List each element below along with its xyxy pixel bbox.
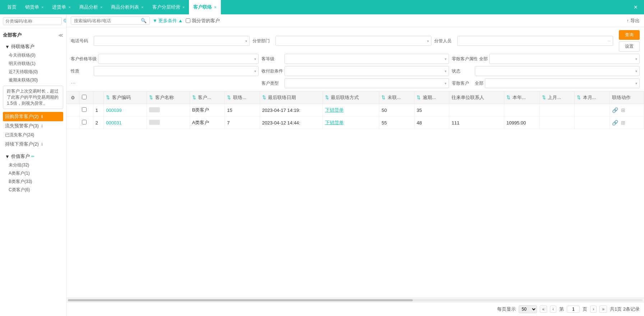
select-all-checkbox[interactable] <box>82 95 87 99</box>
od-sort-icon[interactable]: ⇅ <box>417 95 421 100</box>
close-customer-contact-tab[interactable]: × <box>214 5 216 9</box>
tab-sales[interactable]: 销货单 × <box>21 0 48 14</box>
method-sort-icon[interactable]: ⇅ <box>325 95 329 100</box>
edit-icon[interactable]: ✏ <box>31 154 34 159</box>
ty-sort-icon[interactable]: ⇅ <box>506 95 510 100</box>
phone-select[interactable]: ▾ <box>94 36 250 46</box>
scroll-thumb[interactable] <box>68 299 413 301</box>
page-input[interactable] <box>567 306 580 313</box>
value-arrow: ▼ <box>5 154 10 159</box>
settings-col-header[interactable]: ⚙ <box>66 91 79 104</box>
sidebar-lost[interactable]: 已流失客户(24) <box>3 131 63 140</box>
tab-analysis[interactable]: 商品分析 × <box>75 0 107 14</box>
row-action-1: 🔗 ⊞ <box>610 117 644 129</box>
date-sort-icon[interactable]: ⇅ <box>262 95 266 100</box>
cat-sort-icon[interactable]: ⇅ <box>192 95 196 100</box>
close-customer-mgmt-tab[interactable]: × <box>182 5 185 9</box>
export-button[interactable]: ↑ 导出 <box>627 18 640 24</box>
per-page-select[interactable]: 50 10 20 100 <box>519 305 537 313</box>
retail-customer-filter: 零散客户 全部 ▾ <box>452 78 640 88</box>
pending-group-title[interactable]: ▼ 待联络客户 <box>3 42 66 51</box>
action-link-icon-1[interactable]: 🔗 <box>612 120 618 126</box>
tm-sort-icon[interactable]: ⇅ <box>577 95 581 100</box>
query-button[interactable]: 查询 <box>619 30 640 40</box>
payment-select[interactable]: ▾ <box>284 66 449 76</box>
sidebar-search-area: 🔍 <box>0 14 66 28</box>
advanced-filter: 电话号码 ▾ 分管部门 ▾ 分管人员 <box>66 27 644 91</box>
checkbox-col-header <box>79 91 93 104</box>
more-conditions-btn[interactable]: ▼ 更多条件 ▲ <box>153 18 183 24</box>
action-grid-icon-1[interactable]: ⊞ <box>621 120 625 126</box>
retail-customer-select[interactable]: ▾ <box>485 78 640 88</box>
sidebar-today[interactable]: 今天待联络(0) <box>3 51 66 60</box>
tab-analysis-list[interactable]: 商品分析列表 × <box>107 0 148 14</box>
action-link-icon-0[interactable]: 🔗 <box>612 107 618 113</box>
sidebar-unsorted[interactable]: 未分组(32) <box>3 161 63 169</box>
price-level-select[interactable]: ▾ <box>98 54 259 64</box>
customer-level-filter: 客等级 ▾ <box>261 54 449 64</box>
search-input[interactable] <box>74 18 141 23</box>
level-caret: ▾ <box>445 57 446 61</box>
sidebar-search-input[interactable] <box>3 17 62 25</box>
code-sort-icon[interactable]: ⇅ <box>106 95 110 100</box>
setting-button[interactable]: 设置 <box>619 41 640 52</box>
status-label: 状态 <box>452 68 473 74</box>
nc-sort-icon[interactable]: ⇅ <box>381 95 385 100</box>
my-customers-checkbox[interactable] <box>186 18 190 23</box>
customer-type-select[interactable]: ▾ <box>284 78 449 88</box>
tab-customer-contact[interactable]: 客户联络 × <box>189 0 221 14</box>
horizontal-scrollbar[interactable] <box>66 298 644 302</box>
sidebar-declining[interactable]: 持续下滑客户(2) ℹ <box>3 140 63 149</box>
name-sort-icon[interactable]: ⇅ <box>149 95 153 100</box>
sidebar-week7[interactable]: 近7天待联络(0) <box>3 68 66 76</box>
contact-sort-icon[interactable]: ⇅ <box>227 95 231 100</box>
info-icon3: ℹ <box>41 142 43 146</box>
row-name-1 <box>147 117 190 129</box>
sidebar-repurchase-abnormal[interactable]: 回购异常客户(2) ℹ <box>3 112 63 121</box>
sidebar-lost-warning[interactable]: 流失预警客户(3) ℹ <box>3 121 63 131</box>
search-icon[interactable]: 🔍 <box>141 18 147 23</box>
lm-sort-icon[interactable]: ⇅ <box>542 95 546 100</box>
more-dots[interactable]: ··· <box>71 80 75 86</box>
value-group-title[interactable]: ▼ 价值客户 ✏ <box>3 152 63 161</box>
sidebar-classC[interactable]: C类客户(6) <box>3 186 63 194</box>
branch-select[interactable]: ▾ <box>275 36 431 46</box>
last-method-link-0[interactable]: 下销货单 <box>325 107 344 113</box>
all-customers-title[interactable]: 全部客户 ≪ <box>3 30 63 40</box>
sidebar-classB[interactable]: B类客户(33) <box>3 178 63 186</box>
action-col-header: 联络动作 <box>610 91 644 104</box>
row-contact-0: 15 <box>225 104 260 117</box>
close-purchase-tab[interactable]: × <box>68 5 70 9</box>
tab-purchase[interactable]: 进货单 × <box>48 0 75 14</box>
retail-attr-select[interactable]: ▾ <box>489 54 640 64</box>
close-analysis-list-tab[interactable]: × <box>141 5 143 9</box>
page-suffix: 页 <box>583 306 587 312</box>
close-sales-tab[interactable]: × <box>41 5 43 9</box>
window-close-button[interactable]: × <box>630 4 641 11</box>
branch-label: 分管部门 <box>252 38 274 44</box>
sidebar-classA[interactable]: A类客户(1) <box>3 169 63 178</box>
row-last-month-1 <box>539 117 574 129</box>
sidebar-tomorrow[interactable]: 明天待联络(1) <box>3 60 66 68</box>
status-select[interactable]: ▾ <box>475 66 640 76</box>
prev-page-btn[interactable]: ‹ <box>550 306 556 313</box>
sidebar-overdue[interactable]: 逾期未联络(30) <box>3 76 66 84</box>
collapse-icon[interactable]: ≪ <box>58 33 63 38</box>
next-page-btn[interactable]: › <box>590 306 597 313</box>
action-grid-icon-0[interactable]: ⊞ <box>621 107 625 113</box>
price-caret: ▾ <box>254 57 256 61</box>
first-page-btn[interactable]: « <box>540 306 547 313</box>
gender-select[interactable]: ▾ <box>94 66 259 76</box>
tab-home[interactable]: 首页 <box>3 0 21 14</box>
row-check-1[interactable] <box>82 120 87 124</box>
row-check-0[interactable] <box>82 107 87 112</box>
tab-customer-mgmt[interactable]: 客户分层经营 × <box>148 0 189 14</box>
customer-level-select[interactable]: ▾ <box>284 54 449 64</box>
table-row: 2 000031 A类客户 7 2023-04-12 14:44: 下销货单 5… <box>66 117 644 129</box>
sidebar-search-icon[interactable]: 🔍 <box>63 19 66 24</box>
last-page-btn[interactable]: » <box>599 306 607 313</box>
row-last-month-0 <box>539 104 574 117</box>
close-analysis-tab[interactable]: × <box>100 5 102 9</box>
manager-select[interactable]: ··· <box>457 36 613 46</box>
last-method-link-1[interactable]: 下销货单 <box>325 120 344 125</box>
